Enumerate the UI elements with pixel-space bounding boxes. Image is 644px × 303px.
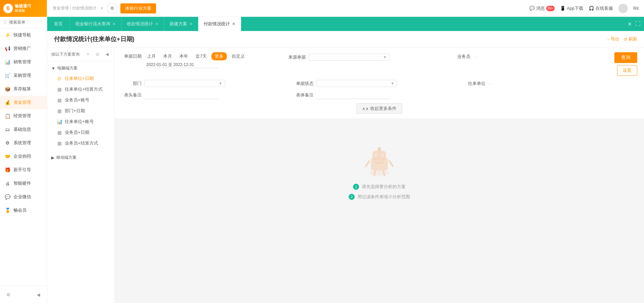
status-select[interactable]: ▼ (316, 80, 397, 87)
tab-payment-close-icon[interactable]: ✕ (232, 22, 235, 26)
partner-input[interactable]: ··· (488, 81, 494, 86)
scheme-collapse-btn[interactable]: ◀ (104, 51, 110, 58)
scheme-item-yewuyuan-jiesuan-label: 业务员+结算方式 (65, 140, 98, 146)
sidebar-item-caigou[interactable]: 🛒 采购管理 (0, 69, 47, 82)
svg-line-10 (389, 161, 393, 166)
sidebar-item-changhui[interactable]: 🏅 畅会员 (0, 204, 47, 217)
tab-new-scheme-close-icon[interactable]: ✕ (189, 22, 193, 26)
svg-line-9 (366, 161, 369, 166)
sidebar-item-kuaijie-label: 快捷导航 (13, 32, 31, 38)
tip-num-1: 1 (353, 184, 359, 190)
date-custom[interactable]: 自定义 (229, 52, 247, 60)
query-btn[interactable]: 查询 (614, 52, 637, 63)
topbar: 资金管理 / 付款情况统计 ▼ ⚙ 体验行业方案 💬 消息 99+ 📱 App下… (47, 0, 644, 17)
tab-bank-close-icon[interactable]: ✕ (112, 22, 116, 26)
svg-point-5 (375, 154, 377, 156)
scheme-item-bumen-riqi-label: 部门+日期 (65, 108, 85, 114)
salesman-input[interactable]: ··· (473, 54, 479, 59)
date-range-input[interactable] (144, 62, 218, 68)
sidebar-item-caigou-label: 采购管理 (13, 72, 31, 79)
tab-bank[interactable]: 现金银行流水查询 ✕ (70, 17, 121, 31)
tab-expand-icon[interactable]: ⛶ (635, 21, 641, 27)
sidebar-item-jingying[interactable]: 📋 经营管理 (0, 109, 47, 123)
export-btn[interactable]: ↑ 导出 (607, 36, 620, 42)
mobile-group-label: 移动端方案 (56, 155, 77, 160)
sidebar-item-xitong[interactable]: ⚙ 系统管理 (0, 136, 47, 150)
refresh-label: 刷新 (628, 36, 637, 42)
collapse-up-icon: ∧∧ (362, 106, 369, 111)
online-service-label: 在线客服 (595, 5, 613, 11)
scheme-item-danwei-jiesuan[interactable]: ▦ 往来单位+结算方式 (47, 84, 114, 95)
scheme-item-yewuyuan-riqi[interactable]: ▦ 业务员+日期 (47, 127, 114, 138)
changhui-icon: 🏅 (4, 207, 11, 214)
scheme-chart-icon: 📊 (57, 119, 62, 124)
search-menu[interactable]: ☰ 搜索菜单 (0, 17, 47, 28)
trial-btn[interactable]: 体验行业方案 (120, 3, 156, 13)
sidebar-item-kucun[interactable]: 📦 库存核算 (0, 82, 47, 96)
scheme-grid-icon-3: ▦ (57, 108, 62, 114)
logo-subtitle: 标准版 (15, 8, 31, 13)
filter-settings-btn[interactable]: 设置 (617, 65, 637, 76)
scheme-item-yewuyuan-zhanghu[interactable]: ▦ 业务员+账号 (47, 95, 114, 105)
scheme-settings-btn[interactable]: ⊙ (94, 51, 101, 58)
sidebar-item-yingxiao-label: 营销推广 (13, 46, 31, 52)
avatar[interactable] (618, 4, 628, 13)
topbar-settings-btn[interactable]: ⚙ (108, 4, 117, 13)
tab-home[interactable]: 首页 (47, 17, 70, 31)
sidebar-item-jichu-label: 基础信息 (13, 126, 31, 132)
sidebar-item-kuaijie[interactable]: ⚡ 快捷导航 (0, 28, 47, 42)
sidebar-item-yingxiao[interactable]: 📢 营销推广 (0, 42, 47, 55)
sidebar-collapse-btn[interactable]: ◀ (33, 290, 43, 300)
date-this-year[interactable]: 本年 (177, 52, 191, 60)
refresh-btn[interactable]: ↺ 刷新 (623, 36, 637, 42)
dept-select[interactable]: ▼ (144, 80, 225, 87)
sidebar-item-weixin[interactable]: 💬 企业微信 (0, 190, 47, 204)
kucun-icon: 📦 (4, 86, 11, 92)
content-body: 按以下方案查询 + ⊙ ◀ ▼ 电脑端方案 (47, 48, 644, 303)
online-service-btn[interactable]: 🎧 在线客服 (589, 5, 613, 11)
source-arrow-icon: ▼ (383, 55, 386, 59)
date-last-7[interactable]: 近7天 (193, 52, 209, 60)
scheme-add-btn[interactable]: + (85, 51, 91, 58)
desktop-group-header[interactable]: ▼ 电脑端方案 (47, 63, 114, 73)
scheme-item-bumen-riqi[interactable]: ▦ 部门+日期 (47, 105, 114, 116)
date-this-month[interactable]: 本月 (160, 52, 175, 60)
sidebar-item-zhineng[interactable]: 🖨 智能硬件 (0, 177, 47, 190)
header-note-input[interactable] (144, 91, 218, 99)
settings-small-icon: ⊙ (96, 52, 99, 57)
mobile-group-header[interactable]: ▶ 移动端方案 (47, 153, 114, 162)
scheme-item-yewuyuan-jiesuan[interactable]: ▦ 业务员+结算方式 (47, 138, 114, 149)
messages-btn[interactable]: 💬 消息 99+ (529, 5, 555, 11)
desktop-scheme-group: ▼ 电脑端方案 ⊙ 往来单位+日期 ▦ 往来单位+结算方式 ▦ 业务员+账号 (47, 61, 114, 151)
tab-income-close-icon[interactable]: ✕ (155, 22, 158, 26)
body-note-input[interactable] (316, 91, 390, 99)
date-more[interactable]: 更多 (211, 52, 227, 60)
sidebar-item-qiye[interactable]: 🤝 企业协同 (0, 150, 47, 163)
collapse-more-btn[interactable]: ∧∧ 收起更多条件 (356, 103, 402, 114)
source-select[interactable]: ▼ (309, 54, 389, 61)
date-last-month[interactable]: 上月 (144, 52, 158, 60)
app-download-btn[interactable]: 📱 App下载 (560, 5, 583, 11)
tab-income[interactable]: 收款情况统计 ✕ (121, 17, 164, 31)
sidebar-item-xinshou[interactable]: 🎁 新手引导 (0, 163, 47, 177)
scheme-item-danwei-zhanghu[interactable]: 📊 往来单位+账号 (47, 116, 114, 127)
dept-label: 部门 (121, 81, 142, 87)
sidebar-item-changhui-label: 畅会员 (13, 207, 27, 213)
sidebar-settings-btn[interactable]: ⚙ (3, 290, 13, 300)
tab-new-scheme[interactable]: 新建方案 ✕ (164, 17, 198, 31)
tab-payment-label: 付款情况统计 (204, 21, 230, 27)
sidebar-item-zijin[interactable]: 💰 资金管理 (0, 96, 47, 109)
jichu-icon: 🗂 (4, 126, 11, 133)
scheme-grid-icon-1: ▦ (57, 87, 62, 92)
tabbar: 首页 现金银行流水查询 ✕ 收款情况统计 ✕ 新建方案 ✕ 付款情况统计 ✕ ✕… (47, 17, 644, 31)
desktop-group-label: 电脑端方案 (57, 65, 78, 71)
tab-payment[interactable]: 付款情况统计 ✕ (198, 17, 241, 31)
page-header: 付款情况统计(往来单位+日期) ↑ 导出 ↺ 刷新 (47, 31, 644, 48)
sidebar-item-jichu[interactable]: 🗂 基础信息 (0, 123, 47, 136)
tab-close-all-icon[interactable]: ✕ (627, 21, 632, 27)
scheme-item-danwei-riqi[interactable]: ⊙ 往来单位+日期 (47, 73, 114, 84)
header-note-label: 表头备注 (121, 92, 142, 98)
sidebar-item-xiaoshou-label: 销售管理 (13, 59, 31, 65)
sidebar-item-xiaoshou[interactable]: 📊 销售管理 (0, 55, 47, 69)
scheme-grid-icon-4: ▦ (57, 130, 62, 135)
